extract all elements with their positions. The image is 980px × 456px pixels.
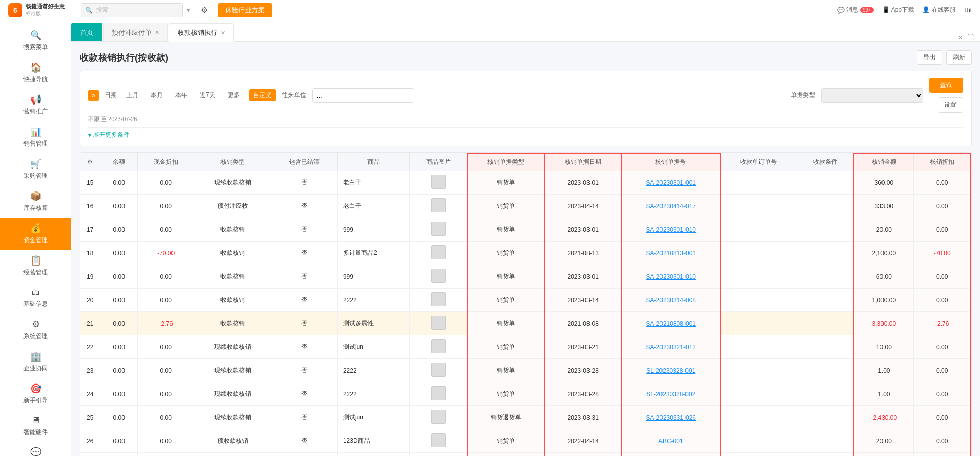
purchase-icon: 🛒 — [30, 158, 41, 170]
cell-goods-img — [410, 453, 467, 457]
cell-goods: 测试jun — [337, 406, 409, 429]
top-search[interactable]: 🔍 搜索 — [81, 3, 183, 17]
tab-bar: 首页 预付冲应付单 ✕ 收款核销执行 ✕ ✕ ⛶ — [71, 20, 980, 42]
sidebar-item-purchase[interactable]: 🛒 采购管理 — [0, 153, 71, 185]
tab-prepay-close[interactable]: ✕ — [155, 29, 159, 36]
th-settings[interactable]: ⚙ — [80, 153, 101, 171]
sidebar-item-quick[interactable]: 🏠 快捷导航 — [0, 57, 71, 89]
industry-btn[interactable]: 休验行业方案 — [218, 3, 272, 17]
cell-receipt-condition — [797, 195, 854, 218]
doc-type-select[interactable] — [821, 88, 923, 103]
date-more[interactable]: 更多 — [225, 90, 243, 101]
sidebar-item-wechat[interactable]: 💬 企业微信 — [0, 442, 71, 456]
query-btn[interactable]: 查询 — [929, 78, 963, 93]
app-download-btn[interactable]: 📱 App下载 — [882, 6, 914, 14]
cell-settled: 否 — [271, 171, 338, 195]
cell-verify-doc-no[interactable]: ABC-001 — [622, 429, 720, 453]
cell-verify-discount: 0.00 — [914, 429, 971, 453]
th-settled: 包含已结清 — [271, 153, 338, 171]
page-title: 收款核销执行(按收款) — [80, 52, 168, 64]
tab-receipt[interactable]: 收款核销执行 ✕ — [169, 23, 234, 42]
sidebar-item-marketing[interactable]: 📢 营销推广 — [0, 89, 71, 121]
cell-receipt-order-no — [720, 218, 797, 242]
app-edition: 标准版 — [26, 10, 65, 17]
cell-verify-discount: -2.76 — [914, 312, 971, 335]
th-cash-discount: 现金折扣 — [138, 153, 194, 171]
gear-btn[interactable]: ⚙ — [194, 3, 214, 17]
cell-verify-doc-no[interactable]: SA-20230331-026 — [622, 406, 720, 429]
cell-verify-amount: 1,000.00 — [854, 289, 913, 312]
cell-verify-doc-no[interactable]: SL-20230328-001 — [622, 359, 720, 382]
cell-balance: 0.00 — [101, 171, 138, 195]
cell-verify-discount: 0.00 — [914, 195, 971, 218]
hardware-icon: 🖥 — [31, 415, 40, 426]
tab-prepay[interactable]: 预付冲应付单 ✕ — [103, 23, 168, 41]
tab-expand-icon[interactable]: ⛶ — [967, 34, 974, 41]
date-range-display: 不限 至 2023-07-26 — [88, 115, 963, 123]
cell-verify-doc-no[interactable]: SA-20230301-010 — [622, 265, 720, 289]
cell-verify-doc-no[interactable]: SA-20210813-001 — [622, 242, 720, 265]
cell-verify-doc-no[interactable]: SA-20230321-012 — [622, 335, 720, 359]
cell-verify-doc-no[interactable]: SA-20230414-017 — [622, 195, 720, 218]
date-this-month[interactable]: 本月 — [148, 90, 166, 101]
cell-verify-doc-no[interactable]: SA-20210808-001 — [622, 312, 720, 335]
marketing-icon: 📢 — [30, 94, 41, 105]
date-last-month[interactable]: 上月 — [123, 90, 141, 101]
user-name[interactable]: Rit — [964, 7, 972, 14]
sidebar-item-operations[interactable]: 📋 经营管理 — [0, 250, 71, 282]
sidebar-item-capital[interactable]: 💰 资金管理 — [0, 218, 71, 250]
cell-verify-doc-date: 2023-03-28 — [544, 382, 622, 406]
cell-verify-type: 收款核销 — [194, 218, 271, 242]
date-7days[interactable]: 近7天 — [197, 90, 218, 101]
cell-verify-doc-type: 销货单 — [467, 453, 545, 457]
export-btn[interactable]: 导出 — [917, 50, 942, 65]
cell-verify-amount: 1.00 — [854, 359, 913, 382]
setting-btn[interactable]: 设置 — [938, 97, 963, 113]
online-service-btn[interactable]: 👤 在线客服 — [922, 6, 956, 14]
cell-verify-doc-no[interactable]: SL-20230328-002 — [622, 382, 720, 406]
cell-cash-discount: 0.00 — [138, 429, 194, 453]
cell-verify-doc-no[interactable]: SL-20230408-001 — [622, 453, 720, 457]
main-area: 首页 预付冲应付单 ✕ 收款核销执行 ✕ ✕ ⛶ 收款核销执行(按收款) 导出 — [71, 20, 980, 456]
expand-more-btn[interactable]: ▾ 展开更多条件 — [88, 131, 963, 139]
cell-verify-doc-type: 销货单 — [467, 289, 545, 312]
tab-home[interactable]: 首页 — [71, 23, 102, 41]
cell-goods-img — [410, 195, 467, 218]
sidebar-item-search[interactable]: 🔍 搜索菜单 — [0, 25, 71, 57]
table-body: 15 0.00 0.00 现续收款核销 否 老白干 销货单 2023-03-01… — [80, 171, 971, 457]
cell-verify-doc-no[interactable]: SA-20230314-008 — [622, 289, 720, 312]
cell-settled: 否 — [271, 265, 338, 289]
sidebar-item-system[interactable]: ⚙ 系统管理 — [0, 314, 71, 346]
guide-icon: 🎯 — [30, 383, 41, 394]
cell-verify-discount: 0.00 — [914, 359, 971, 382]
cell-balance: 0.00 — [101, 265, 138, 289]
date-custom[interactable]: 自定义 — [249, 89, 276, 101]
message-btn[interactable]: 💬 消息 99+ — [837, 6, 874, 14]
capital-icon: 💰 — [30, 223, 41, 234]
table-row: 20 0.00 0.00 收款核销 否 2222 销货单 2023-03-14 … — [80, 289, 971, 312]
cell-verify-doc-type: 销货单 — [467, 242, 545, 265]
cell-verify-doc-no[interactable]: SA-20230301-010 — [622, 218, 720, 242]
source-input[interactable] — [312, 88, 414, 103]
sidebar-item-inventory[interactable]: 📦 库存核算 — [0, 185, 71, 218]
data-table-container: ⚙ 余额 现金折扣 核销类型 包含已结清 商品 商品图片 核销单据类型 核销单据… — [80, 152, 972, 456]
date-this-year[interactable]: 本年 — [172, 90, 190, 101]
cell-verify-amount: 20.00 — [854, 218, 913, 242]
sidebar-item-basic[interactable]: 🗂 基础信息 — [0, 282, 71, 314]
refresh-btn[interactable]: 刷新 — [946, 50, 972, 65]
sidebar-item-sales[interactable]: 📊 销售管理 — [0, 121, 71, 153]
tab-receipt-close[interactable]: ✕ — [220, 30, 225, 36]
cell-goods-img — [410, 242, 467, 265]
sidebar-item-guide[interactable]: 🎯 新手引导 — [0, 378, 71, 410]
cell-settled: 否 — [271, 359, 338, 382]
dropdown-arrow[interactable]: ▾ — [187, 6, 190, 14]
page-header: 收款核销执行(按收款) 导出 刷新 — [80, 50, 972, 65]
cell-receipt-condition — [797, 359, 854, 382]
filter-expand-arrow[interactable]: » — [88, 90, 99, 101]
cell-verify-type: 预付冲应收 — [194, 195, 271, 218]
sidebar-item-hardware[interactable]: 🖥 智能硬件 — [0, 410, 71, 442]
cell-verify-doc-no[interactable]: SA-20230301-001 — [622, 171, 720, 195]
tab-close-all-icon[interactable]: ✕ — [958, 34, 963, 41]
sidebar-item-enterprise[interactable]: 🏢 企业协同 — [0, 346, 71, 378]
cell-settled: 否 — [271, 335, 338, 359]
